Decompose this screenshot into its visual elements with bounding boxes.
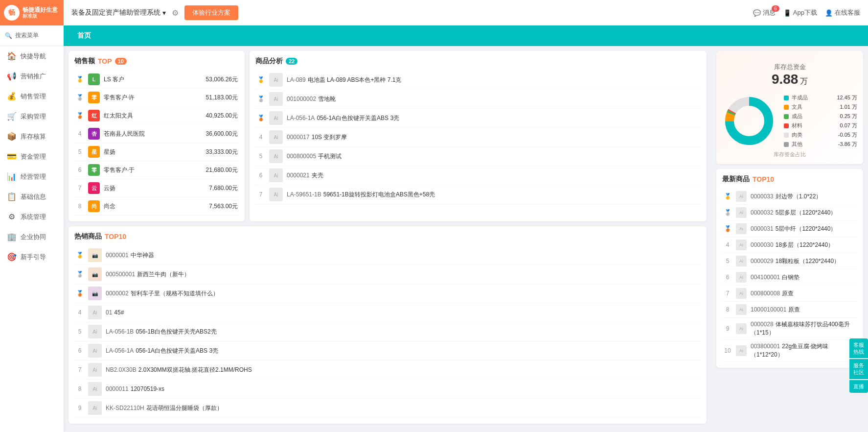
top-customers-card: 销售额 TOP 10 🥇 L LS 客户 53,006.26元 🥈: [69, 51, 245, 221]
float-btn-service[interactable]: 客服热线: [849, 338, 868, 359]
topbar: 装备及固定资产辅助管理系统 ▾ ⚙ 体验行业方案 💬 消息 6 📱 App下载 …: [64, 0, 868, 25]
newest-item-6: 6 Ai 004100001白钢垫: [722, 269, 857, 286]
app-download-label: App下载: [793, 8, 817, 17]
home-tab[interactable]: 首页: [73, 31, 95, 40]
customer-value-4: 36,600.00元: [206, 130, 238, 138]
hot-product-item: 🥈 Ai 001000002雪地靴: [255, 90, 701, 109]
product-name-6: 夹壳: [312, 172, 323, 179]
rank-5: 5: [75, 328, 84, 335]
legend-name-4: 材料: [792, 122, 837, 129]
sidebar-item-basic-info[interactable]: 📋 基础信息: [0, 187, 64, 207]
newest-item-7: 7 Ai 000800008原查: [722, 286, 857, 302]
hot-selling-products-card: 热销商品 TOP10 🥇 📷 0000001中华神器 🥈 📷 000500001…: [69, 226, 707, 424]
system-icon: ⚙: [7, 212, 17, 221]
rank-num-8: 8: [75, 203, 84, 210]
float-btn-live[interactable]: 直播: [849, 380, 868, 393]
legend-val-6: -3.86 万: [838, 141, 857, 148]
product-img-6: Ai: [269, 168, 283, 182]
trial-btn[interactable]: 体验行业方案: [184, 5, 238, 20]
online-service-btn[interactable]: 👤 在线客服: [825, 8, 860, 17]
sidebar-item-system[interactable]: ⚙ 系统管理: [0, 207, 64, 227]
customer-name-8: 尚念: [104, 202, 205, 211]
product-code-2: 001000002: [287, 96, 316, 102]
rank-6: 6: [75, 347, 84, 354]
system-title-dropdown[interactable]: 装备及固定资产辅助管理系统 ▾: [71, 8, 166, 17]
float-buttons: 客服热线 服务社区 直播: [849, 338, 868, 393]
hot-selling-item-6: 6 Ai LA-056-1A056-1A白色按键开关盖ABS 3壳: [74, 341, 701, 360]
legend-item-5: 肉类 -0.05 万: [784, 131, 857, 139]
sidebar-item-marketing[interactable]: 📢 营销推广: [0, 66, 64, 86]
hot-product-item: 7 Ai LA-59651-1B59651-1B旋转投影灯电池盒ABS黑色+58…: [255, 185, 701, 204]
customer-avatar-1: L: [88, 73, 100, 85]
newest-icon-6: Ai: [736, 272, 747, 283]
newest-item-2: 🥈 Ai 00000325层多层（1220*2440）: [722, 205, 857, 221]
hot-selling-list: 🥇 📷 0000001中华神器 🥈 📷 000500001新西兰牛肉（新牛） 🥉…: [74, 246, 701, 418]
newest-item-5: 5 Ai 000002918颗粒板（1220*2440）: [722, 253, 857, 269]
customer-rank-item: 6 零 零售客户·于 21,680.00元: [74, 161, 239, 179]
sidebar-item-enterprise[interactable]: 🏢 企业协同: [0, 227, 64, 247]
app-download-btn[interactable]: 📱 App下载: [783, 8, 817, 17]
search-icon: 🔍: [5, 32, 12, 39]
customer-name-7: 云扬: [104, 184, 205, 192]
purchase-icon: 🛒: [7, 112, 17, 121]
customer-name-1: LS 客户: [104, 75, 202, 84]
hot-product-item: 🥇 Ai LA-089电池盖 LA-089 ABS本色+黑种 7.1克: [255, 71, 701, 90]
sidebar-item-sales[interactable]: 💰 销售管理: [0, 86, 64, 106]
hot-product-item: 5 Ai 000800005手机测试: [255, 147, 701, 166]
messages-btn[interactable]: 💬 消息 6: [753, 8, 776, 17]
inventory-card: 库存总资金 9.88 万: [716, 51, 863, 164]
logo-icon: 畅: [4, 5, 20, 21]
enterprise-icon: 🏢: [7, 232, 17, 241]
product-name-4: 10S 变刹罗摩: [312, 134, 347, 141]
sidebar-item-guide-label: 新手引导: [21, 253, 46, 262]
product-img-hs-2: 📷: [88, 267, 102, 281]
hot-products-analysis-list: 🥇 Ai LA-089电池盖 LA-089 ABS本色+黑种 7.1克 🥈 Ai…: [255, 71, 701, 204]
content: 销售额 TOP 10 🥇 L LS 客户 53,006.26元 🥈: [64, 46, 868, 432]
legend-item-2: 文具 1.01 万: [784, 103, 857, 111]
sidebar-item-operations[interactable]: 📊 经营管理: [0, 167, 64, 187]
customer-avatar-4: 杏: [88, 128, 100, 140]
customer-avatar-6: 零: [88, 164, 100, 176]
rank-num-6: 6: [75, 167, 84, 173]
customer-avatar-2: 零: [88, 92, 100, 103]
search-menu-btn[interactable]: 🔍 搜索菜单: [5, 29, 59, 42]
inventory-note: 库存资金占比: [722, 151, 857, 158]
sidebar-item-sales-label: 销售管理: [21, 92, 46, 101]
newest-item-3: 🥉 Ai 00000315层中纤（1220*2440）: [722, 221, 857, 237]
legend-dot-3: [784, 114, 789, 119]
newest-icon-9: Ai: [736, 323, 747, 334]
customer-value-8: 7,563.00元: [209, 202, 238, 211]
hot-selling-item-5: 5 Ai LA-056-1B056-1B白色按键开关壳ABS2壳: [74, 322, 701, 341]
hot-products-analysis-card: 商品分析 22 🥇 Ai LA-089电池盖 LA-089 ABS本色+黑种 7…: [250, 51, 707, 221]
float-btn-community[interactable]: 服务社区: [849, 359, 868, 379]
inventory-label: 库存总资金: [774, 63, 806, 71]
customer-rank-item: 7 云 云扬 7,680.00元: [74, 179, 239, 197]
newest-item-9: 9 Ai 0000028体械嘉核味苏打饮品400毫升（1*15）: [722, 318, 857, 340]
sidebar-item-guide[interactable]: 🎯 新手引导: [0, 247, 64, 267]
customer-value-2: 51,183.00元: [206, 94, 238, 102]
product-code-4: 0000017: [287, 134, 310, 141]
sidebar-item-inventory[interactable]: 📦 库存核算: [0, 126, 64, 146]
product-img-3: Ai: [269, 111, 283, 125]
rank-7: 7: [75, 366, 84, 373]
sidebar-search-area[interactable]: 🔍 搜索菜单: [0, 25, 64, 46]
hot-product-item: 4 Ai 000001710S 变刹罗摩: [255, 128, 701, 147]
sidebar-item-finance[interactable]: 💳 资金管理: [0, 146, 64, 167]
settings-icon[interactable]: ⚙: [172, 8, 179, 18]
basic-info-icon: 📋: [7, 192, 17, 201]
sidebar-item-home[interactable]: 🏠 快捷导航: [0, 46, 64, 66]
page-header: 首页: [64, 25, 868, 46]
top-row: 销售额 TOP 10 🥇 L LS 客户 53,006.26元 🥈: [69, 51, 707, 221]
sidebar-item-purchase[interactable]: 🛒 采购管理: [0, 106, 64, 126]
product-name-7: 59651-1B旋转投影灯电池盒ABS黑色+58壳: [323, 191, 435, 198]
newest-products-card: 最新商品 TOP10 🥇 Ai 0000033封边带（1.0*22） 🥈 Ai …: [716, 169, 863, 368]
product-img-hs-7: Ai: [88, 363, 102, 377]
rank-num-5: 5: [75, 148, 84, 155]
legend-item-3: 成品 0.25 万: [784, 113, 857, 120]
inventory-total: 库存总资金 9.88 万: [722, 57, 857, 90]
product-name-1: 电池盖 LA-089 ABS本色+黑种 7.1克: [308, 76, 402, 83]
dropdown-arrow-icon: ▾: [162, 9, 166, 17]
main-area: 装备及固定资产辅助管理系统 ▾ ⚙ 体验行业方案 💬 消息 6 📱 App下载 …: [64, 0, 868, 432]
donut-chart-area: 半成品 12.45 万 文具 1.01 万 成品 0.25 万: [722, 94, 857, 148]
legend-val-3: 0.25 万: [840, 113, 857, 120]
